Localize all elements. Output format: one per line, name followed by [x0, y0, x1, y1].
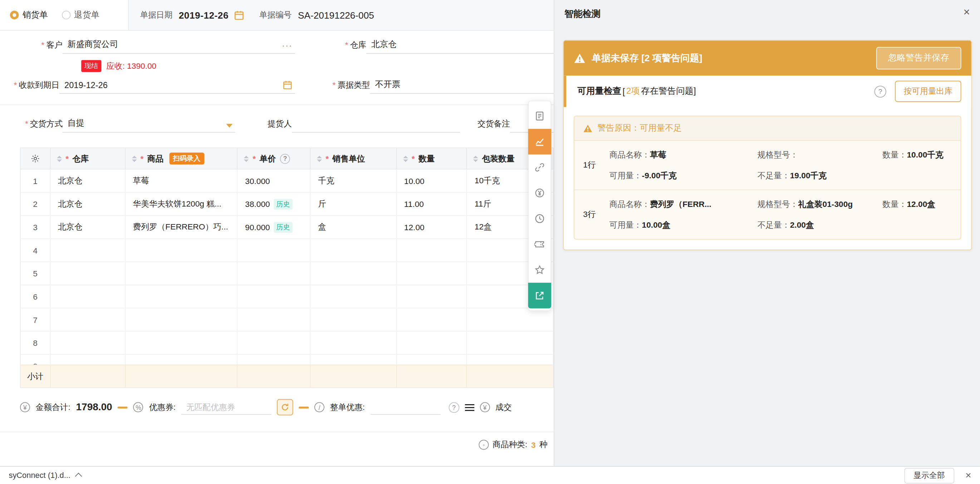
- cell-product[interactable]: 草莓: [126, 170, 238, 192]
- help-icon[interactable]: ?: [875, 86, 886, 97]
- customer-input[interactable]: 新盛商贸公司···: [63, 39, 295, 54]
- note-icon[interactable]: [528, 103, 552, 129]
- table-row[interactable]: 4: [21, 239, 553, 262]
- cell-product[interactable]: [126, 332, 238, 354]
- table-row[interactable]: 8: [21, 332, 553, 355]
- sort-icon[interactable]: [403, 155, 408, 161]
- cell-product[interactable]: [126, 308, 238, 331]
- cell-warehouse[interactable]: 北京仓: [51, 193, 125, 215]
- cell-unit[interactable]: 盒: [310, 216, 397, 238]
- panel-close-icon[interactable]: ×: [964, 6, 970, 19]
- history-badge[interactable]: 历史: [274, 222, 292, 232]
- radio-return-order[interactable]: 退货单: [62, 9, 99, 21]
- help-icon[interactable]: ?: [449, 402, 459, 413]
- more-icon[interactable]: ···: [282, 40, 293, 50]
- header-warehouse[interactable]: *仓库: [51, 148, 125, 169]
- show-all-button[interactable]: 显示全部: [904, 468, 954, 483]
- history-badge[interactable]: 历史: [274, 199, 292, 209]
- sort-icon[interactable]: [57, 155, 62, 161]
- cell-qty[interactable]: 10.00: [397, 170, 467, 192]
- cell-qty[interactable]: [397, 239, 467, 262]
- chevron-down-icon[interactable]: [226, 124, 232, 128]
- coin-icon[interactable]: [528, 180, 552, 206]
- chart-icon[interactable]: [528, 129, 552, 155]
- cell-product[interactable]: [126, 285, 238, 308]
- star-icon[interactable]: [528, 257, 552, 283]
- scan-entry-button[interactable]: 扫码录入: [169, 152, 204, 165]
- download-file-name[interactable]: syConnect (1).d...: [9, 471, 70, 480]
- table-row[interactable]: 3北京仓费列罗（FERRERO）巧...90.000历史盒12.0012盒: [21, 216, 553, 239]
- clock-icon[interactable]: [528, 206, 552, 232]
- cell-warehouse[interactable]: [51, 332, 125, 354]
- coupon-input[interactable]: 无匹配优惠券: [181, 400, 272, 414]
- delivery-method-select[interactable]: 自提: [63, 118, 235, 133]
- cell-product[interactable]: [126, 239, 238, 262]
- link-icon[interactable]: [528, 155, 552, 181]
- cell-price[interactable]: [237, 262, 310, 284]
- download-bar-close-icon[interactable]: ×: [965, 470, 971, 481]
- order-discount-input[interactable]: [371, 400, 441, 414]
- cell-warehouse[interactable]: 北京仓: [51, 216, 125, 238]
- cell-warehouse[interactable]: [51, 308, 125, 331]
- cell-qty[interactable]: [397, 262, 467, 284]
- cell-qty[interactable]: [397, 332, 467, 354]
- sort-icon[interactable]: [317, 155, 322, 161]
- cell-unit[interactable]: [310, 308, 397, 331]
- cell-unit[interactable]: 千克: [310, 170, 397, 192]
- refresh-coupon-button[interactable]: [277, 399, 293, 415]
- gear-icon[interactable]: [31, 154, 40, 163]
- cell-price[interactable]: 38.000历史: [237, 193, 310, 215]
- header-unit[interactable]: *销售单位: [310, 148, 397, 169]
- cell-product[interactable]: 华美华夫软饼1200g 糕...: [126, 193, 238, 215]
- cell-price[interactable]: [237, 239, 310, 262]
- collapse-dash-icon[interactable]: [118, 406, 128, 408]
- calendar-icon[interactable]: [234, 10, 244, 21]
- table-row[interactable]: 5: [21, 262, 553, 285]
- due-date-input[interactable]: 2019-12-26: [59, 80, 295, 94]
- table-row[interactable]: 1北京仓草莓30.000千克10.0010千克: [21, 170, 553, 193]
- sort-icon[interactable]: [244, 155, 249, 161]
- cell-qty[interactable]: [397, 285, 467, 308]
- cell-qty[interactable]: [397, 308, 467, 331]
- cell-qty[interactable]: 11.00: [397, 193, 467, 215]
- cell-unit[interactable]: [310, 285, 397, 308]
- cell-warehouse[interactable]: [51, 239, 125, 262]
- doc-date-value[interactable]: 2019-12-26: [179, 10, 229, 21]
- picker-input[interactable]: [292, 129, 460, 133]
- calendar-icon[interactable]: [283, 80, 293, 90]
- cell-unit[interactable]: [310, 332, 397, 354]
- table-row[interactable]: 6: [21, 285, 553, 308]
- cell-unit[interactable]: [310, 239, 397, 262]
- ticket-icon[interactable]: [528, 232, 552, 257]
- cell-price[interactable]: [237, 285, 310, 308]
- expand-icon[interactable]: [528, 283, 552, 308]
- outbound-by-availability-button[interactable]: 按可用量出库: [895, 81, 961, 102]
- cell-unit[interactable]: 斤: [310, 193, 397, 215]
- cell-price[interactable]: 90.000历史: [237, 216, 310, 238]
- help-icon[interactable]: ?: [280, 153, 290, 164]
- chevron-up-icon[interactable]: [75, 473, 82, 480]
- cell-product[interactable]: [126, 262, 238, 284]
- collapse-dash-icon[interactable]: [299, 406, 309, 408]
- cell-warehouse[interactable]: [51, 262, 125, 284]
- cell-product[interactable]: 费列罗（FERRERO）巧...: [126, 216, 238, 238]
- warehouse-input[interactable]: 北京仓: [366, 39, 554, 54]
- cell-price[interactable]: [237, 332, 310, 354]
- cell-warehouse[interactable]: [51, 285, 125, 308]
- ignore-save-button[interactable]: 忽略警告并保存: [876, 47, 961, 69]
- sort-icon[interactable]: [132, 155, 137, 161]
- table-row[interactable]: 2北京仓华美华夫软饼1200g 糕...38.000历史斤11.0011斤: [21, 193, 553, 216]
- radio-sale-order[interactable]: 销货单: [10, 9, 48, 21]
- cell-price[interactable]: [237, 308, 310, 331]
- invoice-type-input[interactable]: 不开票: [370, 79, 554, 94]
- cell-qty[interactable]: 12.00: [397, 216, 467, 238]
- cell-pack[interactable]: [467, 332, 553, 354]
- menu-icon[interactable]: [465, 404, 474, 411]
- header-qty[interactable]: *数量: [397, 148, 467, 169]
- cell-unit[interactable]: [310, 262, 397, 284]
- table-row[interactable]: 7: [21, 308, 553, 332]
- cell-warehouse[interactable]: 北京仓: [51, 170, 125, 192]
- cell-pack[interactable]: [467, 308, 553, 331]
- header-product[interactable]: *商品扫码录入: [126, 148, 238, 169]
- cell-price[interactable]: 30.000: [237, 170, 310, 192]
